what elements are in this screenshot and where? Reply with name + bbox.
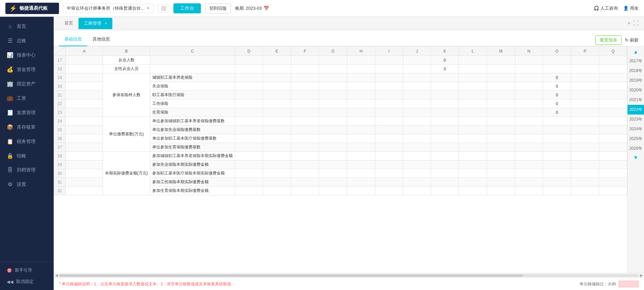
cell-empty-18[interactable]	[263, 65, 291, 73]
company-selector[interactable]: 中审众环会计师事务所（特殊普通合伙... ▼	[63, 4, 154, 13]
cell-empty-31[interactable]	[487, 178, 515, 187]
cell-empty-21[interactable]	[487, 91, 515, 99]
unpin-item[interactable]: ◀◀ 取消固定	[0, 276, 54, 287]
cell-empty-31[interactable]	[571, 178, 599, 187]
cell-empty-22[interactable]	[599, 99, 627, 108]
cell-empty-32[interactable]	[487, 187, 515, 195]
year-down-button[interactable]: ▼	[628, 153, 644, 162]
cell-b-18[interactable]: 女性从业人员	[103, 65, 150, 73]
cell-empty-22[interactable]	[375, 99, 403, 108]
cell-empty-21[interactable]	[431, 91, 459, 99]
cell-empty-27[interactable]	[599, 143, 627, 152]
cell-empty-27[interactable]	[291, 143, 319, 152]
cell-o-22[interactable]: 0	[543, 99, 571, 108]
cell-empty-19[interactable]	[291, 73, 319, 82]
cell-empty-24[interactable]	[431, 117, 459, 126]
cell-empty-24[interactable]	[515, 117, 543, 126]
cell-empty-26[interactable]	[263, 134, 291, 143]
cell-empty-32[interactable]	[431, 187, 459, 195]
cell-empty-18[interactable]	[459, 65, 487, 73]
cell-empty-31[interactable]	[599, 178, 627, 187]
year-2018[interactable]: 2018年	[628, 66, 644, 76]
workbench-button[interactable]: 工作台	[173, 3, 201, 13]
tab-close-button[interactable]: ×	[628, 20, 631, 26]
cell-empty-18[interactable]	[235, 65, 263, 73]
cell-empty-31[interactable]	[347, 178, 375, 187]
sidebar-item-archive[interactable]: 🗄 归档管理	[0, 163, 54, 177]
copy-icon-btn[interactable]: ⬜	[158, 4, 169, 12]
cell-empty-20[interactable]	[319, 82, 347, 91]
cell-empty-24[interactable]	[571, 117, 599, 126]
year-2022[interactable]: 2022年	[628, 105, 644, 115]
cell-empty-28[interactable]	[515, 152, 543, 160]
cell-empty-22[interactable]	[459, 99, 487, 108]
cell-empty-32[interactable]	[403, 187, 431, 195]
cell-empty-29[interactable]	[571, 160, 599, 169]
cell-empty-25[interactable]	[291, 126, 319, 134]
cell-empty-22[interactable]	[431, 99, 459, 108]
cell-empty-24[interactable]	[375, 117, 403, 126]
cell-empty-23[interactable]	[235, 108, 263, 117]
cell-empty-20[interactable]	[375, 82, 403, 91]
cell-k-18[interactable]: 0	[431, 65, 459, 73]
sidebar-item-asset[interactable]: 🏢 固定资产	[0, 77, 54, 91]
cell-empty-22[interactable]	[291, 99, 319, 108]
cell-c-29[interactable]: 参加失业保险本期实际缴费金额	[150, 160, 235, 169]
sidebar-item-home[interactable]: ⌂ 首页	[0, 19, 54, 33]
cell-empty-27[interactable]	[235, 143, 263, 152]
cell-empty-19[interactable]	[319, 73, 347, 82]
cell-a-18[interactable]	[66, 65, 103, 73]
cell-b-19[interactable]: 参保各险种人数	[103, 73, 150, 117]
cell-c-26[interactable]: 单位参加职工基本医疗保险缴费基数	[150, 134, 235, 143]
cell-empty-18[interactable]	[319, 65, 347, 73]
cell-empty-29[interactable]	[599, 160, 627, 169]
cell-o-19[interactable]: 0	[543, 73, 571, 82]
cell-c-27[interactable]: 单位参加生育保险缴费基数	[150, 143, 235, 152]
sidebar-item-close[interactable]: 🔒 结账	[0, 149, 54, 163]
cell-empty-23[interactable]	[375, 108, 403, 117]
cell-empty-21[interactable]	[571, 91, 599, 99]
cell-empty-17[interactable]	[263, 56, 291, 65]
cell-empty-30[interactable]	[459, 169, 487, 178]
cell-empty-19[interactable]	[263, 73, 291, 82]
cell-empty-31[interactable]	[543, 178, 571, 187]
cell-c-30[interactable]: 参加职工基本医疗保险本期实际缴费金额	[150, 169, 235, 178]
cell-empty-22[interactable]	[319, 99, 347, 108]
cell-a-26[interactable]	[66, 134, 103, 143]
year-2024[interactable]: 2024年	[628, 124, 644, 134]
cell-empty-20[interactable]	[459, 82, 487, 91]
cell-o-23[interactable]: 0	[543, 108, 571, 117]
cell-empty-18[interactable]	[599, 65, 627, 73]
cell-a-22[interactable]	[66, 99, 103, 108]
cell-empty-29[interactable]	[431, 160, 459, 169]
cell-empty-20[interactable]	[571, 82, 599, 91]
cell-empty-24[interactable]	[543, 117, 571, 126]
cell-empty-30[interactable]	[347, 169, 375, 178]
cell-empty-20[interactable]	[291, 82, 319, 91]
cell-empty-28[interactable]	[403, 152, 431, 160]
cell-empty-21[interactable]	[291, 91, 319, 99]
cell-empty-23[interactable]	[515, 108, 543, 117]
refresh-button[interactable]: ↻ 刷新	[625, 37, 639, 43]
cell-empty-26[interactable]	[431, 134, 459, 143]
cell-empty-24[interactable]	[487, 117, 515, 126]
cell-c-22[interactable]: 工伤保险	[150, 99, 235, 108]
service-button[interactable]: 🎧 人工咨询	[594, 5, 618, 11]
cell-empty-17[interactable]	[543, 56, 571, 65]
cell-empty-24[interactable]	[263, 117, 291, 126]
cell-empty-26[interactable]	[375, 134, 403, 143]
cell-empty-26[interactable]	[515, 134, 543, 143]
h-scroll-track[interactable]	[59, 274, 639, 277]
cell-empty-17[interactable]	[150, 56, 235, 65]
cell-empty-24[interactable]	[319, 117, 347, 126]
cell-empty-27[interactable]	[487, 143, 515, 152]
cell-empty-29[interactable]	[487, 160, 515, 169]
cell-empty-31[interactable]	[291, 178, 319, 187]
cell-empty-17[interactable]	[319, 56, 347, 65]
cell-empty-32[interactable]	[599, 187, 627, 195]
cell-empty-25[interactable]	[235, 126, 263, 134]
cell-empty-30[interactable]	[543, 169, 571, 178]
cell-empty-23[interactable]	[599, 108, 627, 117]
cell-empty-24[interactable]	[235, 117, 263, 126]
cell-empty-26[interactable]	[347, 134, 375, 143]
